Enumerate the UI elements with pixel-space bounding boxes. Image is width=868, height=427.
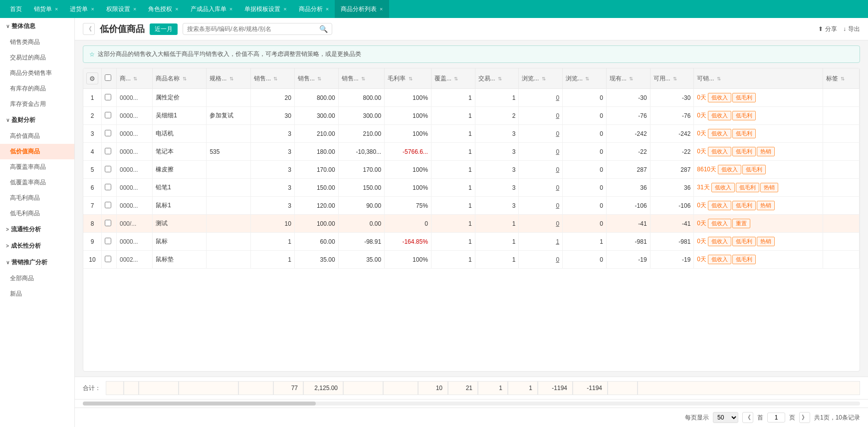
sidebar: ∨ 整体信息 销售类商品 交易过的商品 商品分类销售率 有库存的商品 库存资金占… — [0, 18, 75, 427]
cell-checkbox[interactable] — [102, 233, 117, 251]
col-name[interactable]: 商品名称 ⇅ — [153, 68, 207, 89]
days-value: 0天 — [697, 130, 706, 137]
search-icon[interactable]: 🔍 — [319, 25, 328, 33]
cell-checkbox[interactable] — [102, 161, 117, 179]
cell-checkbox[interactable] — [102, 125, 117, 143]
sidebar-group-overall[interactable]: ∨ 整体信息 — [0, 18, 74, 34]
col-stock3[interactable]: 可销... ⇅ — [694, 68, 823, 89]
per-page-select[interactable]: 50 100 — [713, 412, 738, 423]
sort-icon: ⇅ — [717, 76, 721, 81]
col-tags[interactable]: 标签 ⇅ — [823, 68, 859, 89]
tag-label: 低收入 — [711, 183, 735, 192]
sidebar-item-all-goods[interactable]: 全部商品 — [0, 271, 74, 286]
col-trade[interactable]: 交易... ⇅ — [475, 68, 519, 89]
next-page-button[interactable]: 》 — [799, 412, 810, 423]
sidebar-group-marketing[interactable]: ∨ 营销推广分析 — [0, 254, 74, 271]
close-icon[interactable]: × — [175, 6, 178, 12]
row-checkbox[interactable] — [105, 130, 111, 136]
row-checkbox[interactable] — [105, 202, 111, 208]
row-checkbox[interactable] — [105, 184, 111, 190]
sidebar-item-sales-goods[interactable]: 销售类商品 — [0, 34, 74, 50]
cell-stock1: -106 — [606, 197, 650, 215]
nav-home[interactable]: 首页 — [4, 0, 28, 18]
nav-purchase-order[interactable]: 进货单 × — [64, 0, 100, 18]
share-button[interactable]: ⬆ 分享 — [818, 25, 837, 33]
cell-checkbox[interactable] — [102, 251, 117, 269]
sidebar-item-category-rate[interactable]: 商品分类销售率 — [0, 65, 74, 81]
col-view1[interactable]: 浏览... ⇅ — [519, 68, 563, 89]
page-number-input[interactable] — [767, 413, 785, 423]
sidebar-item-high-margin[interactable]: 高毛利商品 — [0, 190, 74, 206]
time-filter-button[interactable]: 近一月 — [150, 23, 178, 35]
cell-checkbox[interactable] — [102, 179, 117, 197]
cell-margin: 100% — [385, 107, 432, 125]
nav-permission[interactable]: 权限设置 × — [100, 0, 142, 18]
cell-checkbox[interactable] — [102, 197, 117, 215]
row-checkbox[interactable] — [105, 220, 111, 226]
close-icon[interactable]: × — [283, 6, 286, 12]
col-cover[interactable]: 覆盖... ⇅ — [431, 68, 475, 89]
col-margin[interactable]: 毛利率 ⇅ — [385, 68, 432, 89]
nav-sales-order[interactable]: 销货单 × — [28, 0, 64, 18]
sidebar-item-high-value[interactable]: 高价值商品 — [0, 128, 74, 144]
row-checkbox[interactable] — [105, 94, 111, 100]
cell-stock1: -242 — [606, 125, 650, 143]
sidebar-group-profit[interactable]: ∨ 盈财分析 — [0, 112, 74, 128]
search-input[interactable] — [187, 25, 316, 32]
row-checkbox[interactable] — [105, 238, 111, 244]
close-icon[interactable]: × — [91, 6, 94, 12]
total-spec — [238, 381, 273, 395]
search-box[interactable]: 🔍 — [183, 23, 332, 35]
horizontal-scrollbar[interactable] — [75, 400, 868, 408]
col-spec[interactable]: 规格... ⇅ — [207, 68, 251, 89]
col-view2[interactable]: 浏览... ⇅ — [563, 68, 607, 89]
cell-checkbox[interactable] — [102, 143, 117, 161]
close-icon[interactable]: × — [55, 6, 58, 12]
sidebar-item-low-margin[interactable]: 低毛利商品 — [0, 206, 74, 221]
row-checkbox[interactable] — [105, 112, 111, 118]
scroll-track[interactable] — [83, 402, 860, 406]
nav-goods-analysis-list[interactable]: 商品分析列表 × — [335, 0, 389, 18]
column-settings-button[interactable]: ⚙ — [86, 72, 98, 84]
select-all-checkbox[interactable] — [105, 74, 111, 81]
row-checkbox[interactable] — [105, 166, 111, 172]
sidebar-group-flow[interactable]: > 流通性分析 — [0, 221, 74, 238]
col-stock2[interactable]: 可用... ⇅ — [650, 68, 694, 89]
sidebar-item-low-cover[interactable]: 低覆盖率商品 — [0, 175, 74, 190]
row-checkbox[interactable] — [105, 148, 111, 154]
cell-view1: 1 — [519, 233, 563, 251]
sidebar-group-growth[interactable]: > 成长性分析 — [0, 238, 74, 254]
col-sales1[interactable]: 销售... ⇅ — [251, 68, 295, 89]
cell-spec: 535 — [207, 143, 251, 161]
col-sales3[interactable]: 销售... ⇅ — [338, 68, 385, 89]
row-checkbox[interactable] — [105, 256, 111, 262]
nav-role-auth[interactable]: 角色授权 × — [142, 0, 184, 18]
col-stock1[interactable]: 现有... ⇅ — [606, 68, 650, 89]
first-page-button[interactable]: 《 — [742, 412, 753, 423]
close-icon[interactable]: × — [326, 6, 329, 12]
close-icon[interactable]: × — [133, 6, 136, 12]
col-sales2[interactable]: 销售... ⇅ — [294, 68, 338, 89]
nav-goods-analysis[interactable]: 商品分析 × — [293, 0, 335, 18]
table-row: 1 0000... 属性定价 20 800.00 800.00 100% 1 1… — [83, 89, 860, 107]
scroll-thumb[interactable] — [83, 402, 316, 406]
sidebar-item-new-goods[interactable]: 新品 — [0, 286, 74, 302]
sidebar-item-stocked-goods[interactable]: 有库存的商品 — [0, 81, 74, 96]
col-code[interactable]: 商... ⇅ — [117, 68, 153, 89]
cell-checkbox[interactable] — [102, 215, 117, 233]
cell-checkbox[interactable] — [102, 107, 117, 125]
table-row: 2 0000... 吴细细1 参加复试 30 300.00 300.00 100… — [83, 107, 860, 125]
sidebar-item-traded-goods[interactable]: 交易过的商品 — [0, 50, 74, 65]
cell-s1: 10 — [251, 215, 295, 233]
nav-product-in[interactable]: 产成品入库单 × — [185, 0, 238, 18]
nav-template[interactable]: 单据模板设置 × — [238, 0, 292, 18]
cell-checkbox[interactable] — [102, 89, 117, 107]
export-button[interactable]: ↓ 导出 — [843, 25, 860, 33]
sidebar-collapse-button[interactable]: 《 — [83, 23, 95, 35]
cell-margin: 0 — [385, 215, 432, 233]
sidebar-item-high-cover[interactable]: 高覆盖率商品 — [0, 159, 74, 175]
sidebar-item-stock-fund[interactable]: 库存资金占用 — [0, 96, 74, 112]
close-icon[interactable]: × — [229, 6, 232, 12]
close-icon[interactable]: × — [380, 6, 383, 12]
sidebar-item-low-value[interactable]: 低价值商品 — [0, 144, 74, 159]
